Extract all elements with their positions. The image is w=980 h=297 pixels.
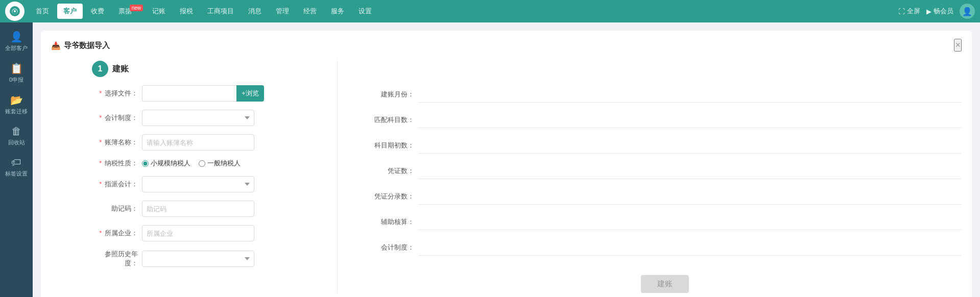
company-label: * 所属企业： <box>92 229 138 238</box>
vip-icon: ▶ <box>926 8 931 15</box>
tax-small-radio[interactable] <box>142 160 149 167</box>
svg-point-1 <box>14 10 16 12</box>
history-year-row: 参照历史年度： <box>92 250 306 268</box>
tax-general-radio[interactable] <box>199 160 205 167</box>
vip-btn[interactable]: ▶ 畅会员 <box>926 7 953 16</box>
assign-accountant-label: * 指派会计： <box>92 180 138 189</box>
browse-button[interactable]: +浏览 <box>236 85 264 102</box>
accounting-system-label: * 会计制度： <box>92 113 138 122</box>
top-nav: 首页 客户 收费 票据 new 记账 报税 工商项目 消息 管理 经营 服务 设… <box>0 0 980 22</box>
account-book-row: * 账簿名称： <box>92 134 306 151</box>
voucher-records-value <box>418 188 962 205</box>
dialog-title-icon: 📥 <box>51 41 61 51</box>
match-subject-row: 匹配科目数： <box>368 112 962 128</box>
fullscreen-btn[interactable]: ⛶ 全屏 <box>898 7 920 16</box>
nav-invoice-badge: new <box>130 5 143 11</box>
declare-icon: 📋 <box>10 62 23 75</box>
create-month-label: 建账月份： <box>368 90 414 99</box>
tag-icon: 🏷 <box>11 157 21 168</box>
nav-message[interactable]: 消息 <box>242 4 268 19</box>
customers-icon: 👤 <box>10 31 23 43</box>
nav-settings[interactable]: 设置 <box>352 4 378 19</box>
voucher-count-value <box>418 163 962 179</box>
voucher-records-label: 凭证分录数： <box>368 192 414 201</box>
voucher-records-row: 凭证分录数： <box>368 188 962 205</box>
file-label: * 选择文件： <box>92 89 138 98</box>
section-divider <box>337 61 338 293</box>
nav-customer[interactable]: 客户 <box>57 4 83 19</box>
nav-home[interactable]: 首页 <box>30 4 55 19</box>
nav-billing[interactable]: 收费 <box>85 4 110 19</box>
step-section-text: 建账 <box>112 64 129 75</box>
right-accounting-system-value <box>418 239 962 256</box>
nav-commerce[interactable]: 工商项目 <box>201 4 240 19</box>
nav-service[interactable]: 服务 <box>325 4 350 19</box>
sidebar-item-recycle[interactable]: 🗑 回收站 <box>2 121 31 151</box>
tax-general-text: 一般纳税人 <box>207 159 241 168</box>
tax-small-radio-label[interactable]: 小规模纳税人 <box>142 159 190 168</box>
account-book-input[interactable] <box>142 134 254 151</box>
main-content: 📥 导爷数据导入 × 1 建账 * 选择文件： <box>33 22 980 297</box>
subject-period-row: 科目期初数： <box>368 137 962 154</box>
tax-type-label: * 纳税性质： <box>92 159 138 168</box>
fullscreen-icon: ⛶ <box>898 8 905 15</box>
tax-small-text: 小规模纳税人 <box>151 159 190 168</box>
sidebar-item-all-customers[interactable]: 👤 全部客户 <box>2 27 31 56</box>
nav-items: 首页 客户 收费 票据 new 记账 报税 工商项目 消息 管理 经营 服务 设… <box>30 4 898 19</box>
history-year-select[interactable] <box>142 251 254 267</box>
history-year-label: 参照历史年度： <box>92 250 138 268</box>
assign-accountant-select[interactable] <box>142 176 254 192</box>
create-month-value <box>418 86 962 103</box>
right-accounting-system-label: 会计制度： <box>368 243 414 252</box>
form-right: 建账月份： 匹配科目数： 科目期初数： 凭证数： <box>368 61 962 293</box>
account-book-label: * 账簿名称： <box>92 138 138 147</box>
file-row: * 选择文件： +浏览 <box>92 85 306 102</box>
subject-period-label: 科目期初数： <box>368 141 414 150</box>
migrate-icon: 📂 <box>10 94 23 106</box>
sidebar-item-account-migrate[interactable]: 📂 账套迁移 <box>2 90 31 119</box>
tax-type-radio-group: 小规模纳税人 一般纳税人 <box>142 159 306 168</box>
memo-input[interactable] <box>142 201 254 217</box>
nav-right: ⛶ 全屏 ▶ 畅会员 👤 <box>898 4 975 19</box>
memo-row: 助记码： <box>92 201 306 217</box>
step-circle: 1 <box>92 61 108 77</box>
dialog-panel: 📥 导爷数据导入 × 1 建账 * 选择文件： <box>41 31 972 297</box>
tax-type-row: * 纳税性质： 小规模纳税人 一般纳税人 <box>92 159 306 168</box>
close-button[interactable]: × <box>954 39 962 52</box>
nav-operation[interactable]: 经营 <box>297 4 323 19</box>
aux-accounting-label: 辅助核算： <box>368 217 414 227</box>
form-left: 1 建账 * 选择文件： +浏览 <box>92 61 306 293</box>
match-subject-label: 匹配科目数： <box>368 115 414 125</box>
form-container: 1 建账 * 选择文件： +浏览 <box>51 61 962 293</box>
voucher-count-row: 凭证数： <box>368 163 962 179</box>
right-accounting-system-row: 会计制度： <box>368 239 962 256</box>
assign-accountant-row: * 指派会计： <box>92 176 306 192</box>
tax-general-radio-label[interactable]: 一般纳税人 <box>199 159 241 168</box>
company-input[interactable] <box>142 225 254 241</box>
sidebar-item-declare[interactable]: 📋 0申报 <box>2 58 31 88</box>
dialog-title: 📥 导爷数据导入 <box>51 41 962 51</box>
nav-ledger[interactable]: 记账 <box>146 4 172 19</box>
recycle-icon: 🗑 <box>11 126 21 137</box>
avatar[interactable]: 👤 <box>960 4 975 19</box>
sidebar-item-tag-settings[interactable]: 🏷 标签设置 <box>2 153 31 182</box>
step-label: 1 建账 <box>92 61 306 77</box>
create-account-button[interactable]: 建账 <box>641 275 689 293</box>
sidebar: 👤 全部客户 📋 0申报 📂 账套迁移 🗑 回收站 🏷 标签设置 <box>0 22 33 297</box>
accounting-system-row: * 会计制度： <box>92 110 306 126</box>
aux-accounting-row: 辅助核算： <box>368 214 962 230</box>
file-input-group: +浏览 <box>142 85 254 102</box>
nav-invoice[interactable]: 票据 new <box>112 4 144 19</box>
subject-period-value <box>418 137 962 154</box>
file-input[interactable] <box>142 85 236 102</box>
create-month-row: 建账月份： <box>368 86 962 103</box>
aux-accounting-value <box>418 214 962 230</box>
voucher-count-label: 凭证数： <box>368 166 414 176</box>
nav-tax[interactable]: 报税 <box>174 4 199 19</box>
logo <box>5 2 25 21</box>
match-subject-value <box>418 112 962 128</box>
nav-manage[interactable]: 管理 <box>270 4 295 19</box>
memo-label: 助记码： <box>92 204 138 213</box>
company-row: * 所属企业： <box>92 225 306 241</box>
accounting-system-select[interactable] <box>142 110 254 126</box>
